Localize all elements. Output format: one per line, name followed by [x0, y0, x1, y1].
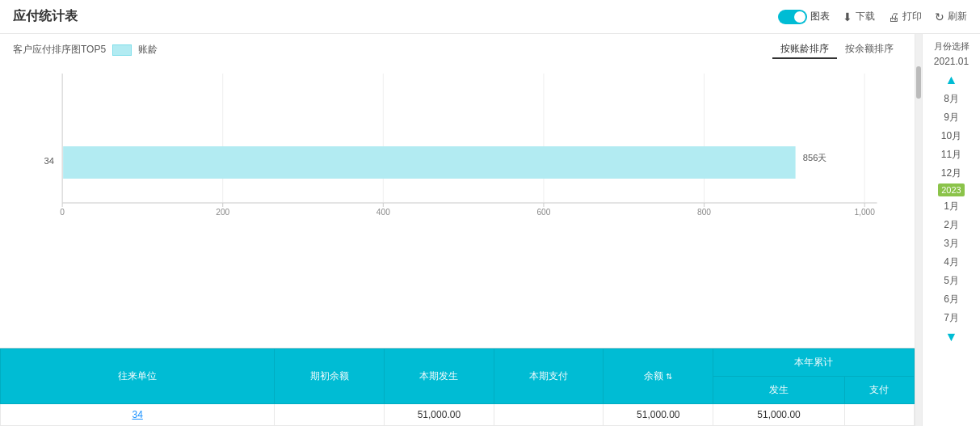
th-annual-payment: 支付 — [844, 377, 914, 404]
page-title: 应付统计表 — [13, 8, 78, 25]
refresh-icon: ↻ — [935, 11, 944, 23]
sidebar-year-value: 2021.01 — [934, 54, 969, 70]
sidebar-month-item[interactable]: 5月 — [927, 272, 976, 290]
cell-current-occurrence: 51,000.00 — [385, 404, 494, 426]
svg-text:400: 400 — [376, 208, 390, 217]
th-annual-occurrence: 发生 — [713, 377, 845, 404]
th-current-payment: 本期支付 — [494, 349, 604, 404]
bar-end-label: 856天 — [803, 153, 827, 162]
sidebar-month-item[interactable]: 6月 — [927, 290, 976, 309]
sidebar-month-item[interactable]: 1月 — [927, 197, 976, 216]
sidebar-month-item[interactable]: 7月 — [927, 309, 976, 327]
chart-toggle-label: 图表 — [810, 10, 830, 23]
download-icon: ⬇ — [843, 11, 852, 23]
scroll-thumb[interactable] — [916, 66, 921, 99]
sidebar-title: 月份选择 — [934, 37, 969, 54]
table-row: 34 51,000.00 51,000.00 51,000.00 — [1, 404, 915, 426]
legend-label: 客户应付排序图TOP5 — [13, 43, 106, 57]
table-section: 往来单位 期初余额 本期发生 本期支付 余额 ⇅ 本年累计 发生 — [0, 348, 915, 426]
cell-balance: 51,000.00 — [604, 404, 713, 426]
sidebar-month-item[interactable]: 2023 — [938, 183, 964, 196]
sidebar-month-item[interactable]: 10月 — [927, 127, 976, 146]
th-unit: 往来单位 — [1, 349, 275, 404]
legend-box — [112, 44, 132, 56]
chart-area: 客户应付排序图TOP5 账龄 按账龄排序 按余额排序 — [0, 34, 915, 426]
sidebar-month-item[interactable]: 2月 — [927, 216, 976, 234]
header: 应付统计表 图表 ⬇ 下载 🖨 打印 ↻ 刷新 — [0, 0, 980, 34]
app-container: 应付统计表 图表 ⬇ 下载 🖨 打印 ↻ 刷新 — [0, 0, 980, 426]
header-actions: 图表 ⬇ 下载 🖨 打印 ↻ 刷新 — [778, 10, 967, 24]
cell-annual-payment — [844, 404, 914, 426]
month-list: 8月9月10月11月12月20231月2月3月4月5月6月7月 — [923, 90, 980, 327]
download-button[interactable]: ⬇ 下载 — [843, 10, 875, 23]
svg-text:200: 200 — [216, 208, 229, 217]
cell-opening — [275, 404, 385, 426]
print-label: 打印 — [902, 10, 922, 23]
sidebar-month-item[interactable]: 11月 — [927, 146, 976, 164]
refresh-label: 刷新 — [948, 10, 967, 23]
svg-text:0: 0 — [60, 208, 65, 217]
th-balance: 余额 ⇅ — [604, 349, 713, 404]
th-annual-cumulative: 本年累计 — [713, 349, 915, 377]
chart-toggle-container[interactable]: 图表 — [778, 10, 830, 24]
table-header-row: 往来单位 期初余额 本期发生 本期支付 余额 ⇅ 本年累计 — [1, 349, 915, 377]
sort-by-age-button[interactable]: 按账龄排序 — [772, 40, 837, 59]
sidebar-up-arrow[interactable]: ▲ — [942, 70, 961, 90]
th-current-occurrence: 本期发生 — [385, 349, 494, 404]
sort-icon: ⇅ — [666, 372, 672, 381]
chart-controls: 客户应付排序图TOP5 账龄 按账龄排序 按余额排序 — [0, 34, 915, 65]
sidebar-month-item[interactable]: 8月 — [927, 90, 976, 108]
sidebar-month-item[interactable]: 4月 — [927, 253, 976, 272]
chart-wrapper: 34 856天 0 200 400 600 800 1,000 — [0, 65, 915, 348]
svg-text:600: 600 — [536, 208, 550, 217]
y-label: 34 — [44, 156, 53, 166]
month-sidebar: 月份选择 2021.01 ▲ 8月9月10月11月12月20231月2月3月4月… — [922, 34, 980, 426]
sidebar-month-item[interactable]: 9月 — [927, 108, 976, 127]
sidebar-month-item[interactable]: 12月 — [927, 164, 976, 183]
svg-text:800: 800 — [697, 208, 711, 217]
svg-text:1,000: 1,000 — [854, 208, 875, 217]
sort-buttons: 按账龄排序 按余额排序 — [772, 40, 902, 59]
right-panel: 月份选择 2021.01 ▲ 8月9月10月11月12月20231月2月3月4月… — [915, 34, 980, 426]
chart-toggle-switch[interactable] — [778, 10, 807, 24]
scroll-track[interactable] — [915, 34, 922, 426]
unit-link[interactable]: 34 — [132, 409, 142, 420]
th-opening: 期初余额 — [275, 349, 385, 404]
print-icon: 🖨 — [888, 11, 899, 23]
toggle-knob — [794, 11, 805, 23]
sidebar-down-arrow[interactable]: ▼ — [942, 327, 961, 347]
data-table: 往来单位 期初余额 本期发生 本期支付 余额 ⇅ 本年累计 发生 — [0, 348, 915, 426]
sidebar-month-item[interactable]: 3月 — [927, 234, 976, 253]
cell-current-payment — [494, 404, 604, 426]
sort-by-balance-button[interactable]: 按余额排序 — [837, 40, 902, 59]
cell-annual-occurrence: 51,000.00 — [713, 404, 845, 426]
bar-rect — [63, 146, 795, 179]
main-content: 客户应付排序图TOP5 账龄 按账龄排序 按余额排序 — [0, 34, 980, 426]
chart-legend: 客户应付排序图TOP5 账龄 — [13, 43, 158, 57]
refresh-button[interactable]: ↻ 刷新 — [935, 10, 967, 23]
download-label: 下载 — [856, 10, 875, 23]
legend-box-label: 账龄 — [138, 43, 158, 57]
bar-chart: 34 856天 0 200 400 600 800 1,000 — [13, 65, 902, 243]
cell-unit: 34 — [1, 404, 275, 426]
print-button[interactable]: 🖨 打印 — [888, 10, 922, 23]
